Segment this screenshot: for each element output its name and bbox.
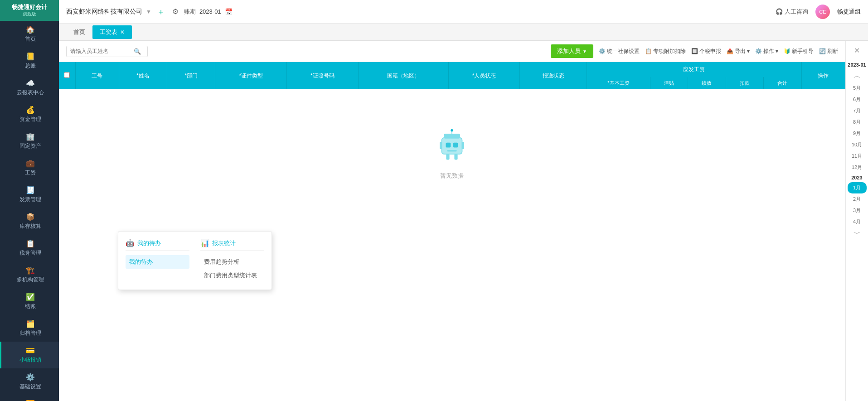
personal-tax-button[interactable]: 🔲 个税申报 xyxy=(691,48,721,55)
sidebar-item-ledger[interactable]: 📒 总账 xyxy=(0,48,59,74)
scroll-down-button[interactable]: ﹀ xyxy=(852,227,863,241)
inventory-icon: 📦 xyxy=(26,213,35,221)
month-item-7[interactable]: 7月 xyxy=(848,105,867,116)
th-emp-no: 工号 xyxy=(75,62,119,89)
search-input[interactable] xyxy=(70,48,134,54)
svg-rect-7 xyxy=(455,154,458,160)
company-name[interactable]: 西安虾米网络科技有限公司 xyxy=(66,8,142,16)
add-company-button[interactable]: ＋ xyxy=(157,6,165,17)
sidebar: 畅捷通好会计 旗舰版 🏠 首页 📒 总账 ☁️ 云报表中心 💰 资金管理 🏢 固… xyxy=(0,0,59,401)
refresh-icon: 🔄 xyxy=(819,48,826,54)
sidebar-item-inventory[interactable]: 📦 库存核算 xyxy=(0,208,59,235)
social-insurance-icon: ⚙️ xyxy=(599,48,606,54)
sidebar-item-archive[interactable]: 🗂️ 归档管理 xyxy=(0,315,59,342)
month-item-2[interactable]: 2月 xyxy=(848,193,867,205)
month-item-4[interactable]: 4月 xyxy=(848,216,867,227)
month-item-11[interactable]: 11月 xyxy=(848,150,867,162)
search-box[interactable]: 🔍 xyxy=(66,46,148,57)
th-allowance: 津贴 xyxy=(650,77,688,89)
svg-rect-6 xyxy=(446,154,450,160)
service-button[interactable]: 🎧 人工咨询 xyxy=(776,8,808,16)
submenu-header-report: 📊 报表统计 xyxy=(200,239,264,251)
export-button[interactable]: 📤 导出 ▾ xyxy=(727,48,750,55)
sidebar-item-home[interactable]: 🏠 首页 xyxy=(0,21,59,48)
company-settings-icon[interactable]: ⚙ xyxy=(172,7,179,16)
empty-area: 暂无数据 xyxy=(59,89,845,216)
refresh-button[interactable]: 🔄 刷新 xyxy=(819,48,838,55)
sidebar-item-tax[interactable]: 📋 税务管理 xyxy=(0,235,59,261)
special-deduct-button[interactable]: 📋 专项附加扣除 xyxy=(645,48,686,55)
sidebar-item-label: 总账 xyxy=(25,62,36,70)
report-header-icon: 📊 xyxy=(200,239,209,247)
user-initials: CE xyxy=(819,9,826,14)
export-icon: 📤 xyxy=(727,48,733,54)
tax-icon: 📋 xyxy=(26,239,35,248)
add-person-button[interactable]: 添加人员 ▼ xyxy=(551,44,593,58)
sidebar-item-invoice[interactable]: 🧾 发票管理 xyxy=(0,181,59,208)
main-area: 西安虾米网络科技有限公司 ▼ ＋ ⚙ 账期 2023-01 📅 🎧 人工咨询 C… xyxy=(59,0,868,401)
submenu-popup: 🤖 我的待办 我的待办 📊 报表统计 费用趋势分析 xyxy=(118,231,272,290)
submenu-col-todo: 🤖 我的待办 我的待办 xyxy=(126,239,189,282)
th-nationality: 国籍（地区） xyxy=(358,62,448,89)
sidebar-item-label: 归档管理 xyxy=(19,329,41,337)
sidebar-item-multi-org[interactable]: 🏗️ 多机构管理 xyxy=(0,261,59,288)
todo-header-icon: 🤖 xyxy=(126,239,135,247)
scroll-up-button[interactable]: ︿ xyxy=(852,69,863,82)
sidebar-item-label: 小畅报销 xyxy=(19,356,41,364)
topbar-right: 🎧 人工咨询 CE 畅捷通组 xyxy=(776,5,861,19)
panel-close-button[interactable]: ✕ xyxy=(846,44,868,57)
month-item-9[interactable]: 9月 xyxy=(848,128,867,139)
month-item-1-active[interactable]: 1月 xyxy=(848,182,867,193)
app-logo: 畅捷通好会计 旗舰版 xyxy=(0,0,59,21)
sidebar-item-fixed-assets[interactable]: 🏢 固定资产 xyxy=(0,128,59,155)
sidebar-item-basic[interactable]: ⚙️ 基础设置 xyxy=(0,368,59,395)
add-person-dropdown-arrow: ▼ xyxy=(582,49,587,54)
calendar-icon[interactable]: 📅 xyxy=(225,8,233,15)
th-checkbox[interactable] xyxy=(59,62,75,89)
social-insurance-button[interactable]: ⚙️ 统一社保设置 xyxy=(599,48,640,55)
tab-payroll-table[interactable]: 工资表 ✕ xyxy=(92,25,132,39)
building-icon: 🏢 xyxy=(26,132,35,141)
period-value: 2023-01 xyxy=(199,8,221,15)
add-person-label: 添加人员 xyxy=(557,47,581,55)
month-item-5[interactable]: 5月 xyxy=(848,82,867,94)
submenu-item-dept-cost[interactable]: 部门费用类型统计表 xyxy=(200,269,264,282)
submenu-item-my-todo[interactable]: 我的待办 xyxy=(126,255,189,269)
th-performance: 绩效 xyxy=(688,77,726,89)
tab-close-button[interactable]: ✕ xyxy=(120,29,125,35)
th-personnel-status: *人员状态 xyxy=(448,62,520,89)
period-label: 账期 xyxy=(184,8,196,16)
user-name[interactable]: 畅捷通组 xyxy=(837,8,861,16)
month-item-10[interactable]: 10月 xyxy=(848,139,867,150)
month-item-12[interactable]: 12月 xyxy=(848,162,867,173)
sidebar-item-label: 固定资产 xyxy=(19,142,41,150)
month-item-3[interactable]: 3月 xyxy=(848,205,867,216)
month-item-6[interactable]: 6月 xyxy=(848,94,867,105)
empty-state-cell: 暂无数据 xyxy=(59,89,845,216)
sidebar-item-label: 工资 xyxy=(25,169,36,177)
th-id-type: *证件类型 xyxy=(215,62,287,89)
select-all-checkbox[interactable] xyxy=(64,72,70,78)
sidebar-item-settle[interactable]: ✅ 结账 xyxy=(0,288,59,315)
operate-button[interactable]: ⚙️ 操作 ▾ xyxy=(755,48,778,55)
tab-home[interactable]: 首页 xyxy=(66,25,92,39)
search-icon[interactable]: 🔍 xyxy=(134,48,141,55)
sidebar-item-expense[interactable]: 💳 小畅报销 xyxy=(0,342,59,368)
operate-icon: ⚙️ xyxy=(755,48,762,54)
sidebar-item-funds[interactable]: 💰 资金管理 xyxy=(0,101,59,128)
personal-tax-icon: 🔲 xyxy=(691,48,698,54)
submenu-item-cost-trend[interactable]: 费用趋势分析 xyxy=(200,255,264,269)
company-dropdown-icon[interactable]: ▼ xyxy=(146,9,151,15)
th-report-status: 报送状态 xyxy=(520,62,587,89)
sidebar-item-cloud-report[interactable]: ☁️ 云报表中心 xyxy=(0,74,59,101)
new-guide-button[interactable]: 🔰 新手引导 xyxy=(784,48,814,55)
sidebar-item-guide[interactable]: ▶️ 新手引导 xyxy=(0,395,59,401)
home-icon: 🏠 xyxy=(26,25,35,34)
cloud-icon: ☁️ xyxy=(26,79,35,87)
submenu-section: 🤖 我的待办 我的待办 📊 报表统计 费用趋势分析 xyxy=(126,239,264,282)
sidebar-item-label: 多机构管理 xyxy=(17,276,44,284)
svg-rect-1 xyxy=(446,143,451,148)
month-item-8[interactable]: 8月 xyxy=(848,116,867,128)
sidebar-item-payroll[interactable]: 💼 工资 xyxy=(0,155,59,181)
submenu-header-todo: 🤖 我的待办 xyxy=(126,239,189,251)
